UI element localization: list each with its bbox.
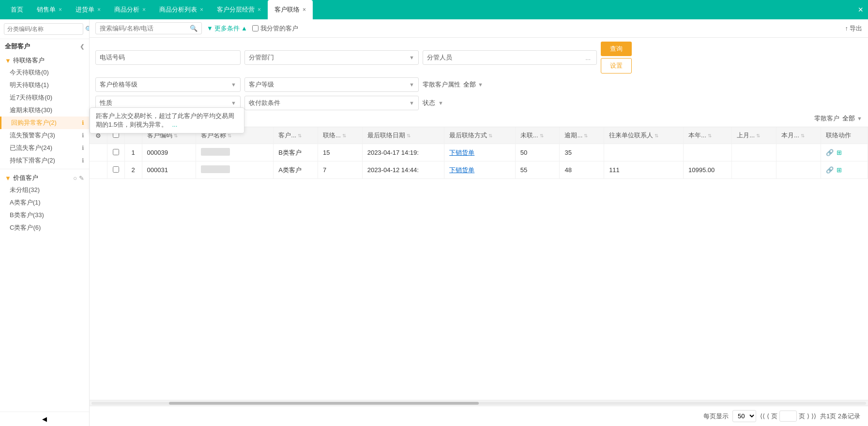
sidebar-item-a-class[interactable]: A类客户(1) xyxy=(0,196,89,209)
col-way-sort[interactable]: ⇅ xyxy=(488,133,492,138)
churned-info-icon[interactable]: ℹ xyxy=(82,145,84,151)
payment-field[interactable]: 收付款条件 ▼ xyxy=(244,96,419,110)
col-contact-sort[interactable]: ⇅ xyxy=(342,133,346,138)
group2-settings-icon[interactable]: ✎ xyxy=(79,175,84,182)
nav-purchase[interactable]: 进货单 × xyxy=(69,0,107,19)
nav-customer-tier[interactable]: 客户分层经营 × xyxy=(210,0,268,19)
col-last-contact-way: 最后联络方式⇅ xyxy=(444,127,516,144)
settings-button[interactable]: 设置 xyxy=(601,58,632,73)
col-code-sort[interactable]: ⇅ xyxy=(174,133,178,138)
filter-bar: 🔍 ▼ 更多条件 ▲ 我分管的客户 ↑ 导出 xyxy=(90,19,868,38)
retail-customer-select[interactable]: 全部 ▼ xyxy=(842,114,862,123)
sidebar-search-input[interactable] xyxy=(4,23,83,35)
col-unit-sort[interactable]: ⇅ xyxy=(655,133,658,138)
row1-date: 2023-04-17 14:19: xyxy=(362,144,444,162)
phone-field[interactable]: 电话号码 xyxy=(95,50,241,65)
nav-sales[interactable]: 销售单 × xyxy=(30,0,69,19)
col-lmonth-sort[interactable]: ⇅ xyxy=(756,133,760,138)
sidebar-all-customers[interactable]: 全部客户 ❮ xyxy=(0,39,89,54)
col-not-sort[interactable]: ⇅ xyxy=(540,133,544,138)
row2-way-link[interactable]: 下销货单 xyxy=(449,166,474,174)
nav-customer-contact[interactable]: 客户联络 × xyxy=(268,0,313,19)
status-select[interactable]: ▼ xyxy=(438,100,443,106)
scroll-thumb[interactable] xyxy=(169,402,479,405)
export-icon: ↑ xyxy=(845,25,849,32)
status-label: 状态 xyxy=(423,99,435,107)
nav-sales-close[interactable]: × xyxy=(59,6,62,13)
tooltip-more-icon[interactable]: ... xyxy=(172,121,177,128)
horizontal-scrollbar[interactable] xyxy=(90,400,868,406)
sidebar-item-c-class[interactable]: C类客户(6) xyxy=(0,221,89,234)
manager-field[interactable]: 分管人员 ... xyxy=(423,50,597,65)
sidebar-item-overdue[interactable]: 逾期未联络(30) xyxy=(0,104,89,117)
repurchase-info-icon[interactable]: ℹ xyxy=(82,119,84,126)
row1-way-link[interactable]: 下销货单 xyxy=(449,149,474,156)
row2-contact: 7 xyxy=(318,162,362,179)
col-contact: 联络...⇅ xyxy=(318,127,362,144)
row2-link-icon[interactable]: 🔗 xyxy=(826,166,834,174)
pager-prev-icon[interactable]: ⟨ xyxy=(767,412,769,420)
sidebar-item-tomorrow[interactable]: 明天待联络(1) xyxy=(0,79,89,91)
nav-customer-tier-close[interactable]: × xyxy=(258,6,261,13)
col-category-sort[interactable]: ⇅ xyxy=(298,133,302,138)
sidebar-divider xyxy=(0,169,89,169)
nav-home[interactable]: 首页 xyxy=(4,0,30,19)
customer-grade-field[interactable]: 客户等级 ▼ xyxy=(244,77,419,92)
row2-grid-icon[interactable]: ⊞ xyxy=(837,166,842,174)
nav-analysis-list[interactable]: 商品分析列表 × xyxy=(152,0,210,19)
retail-attr-select[interactable]: 全部 ▼ xyxy=(463,80,483,89)
churn-warning-info-icon[interactable]: ℹ xyxy=(82,132,84,139)
my-customer-checkbox[interactable] xyxy=(252,25,259,31)
nav-analysis-close[interactable]: × xyxy=(142,6,146,13)
pager-next-icon[interactable]: ⟩ xyxy=(807,412,809,420)
row2-check xyxy=(107,162,124,179)
declining-info-icon[interactable]: ℹ xyxy=(82,157,84,164)
nav-analysis-list-close[interactable]: × xyxy=(200,6,203,13)
col-date-sort[interactable]: ⇅ xyxy=(407,133,411,138)
sidebar-group2[interactable]: ▼ 价值客户 ○ ✎ xyxy=(0,171,89,184)
group2-edit-icon[interactable]: ○ xyxy=(73,175,77,182)
sidebar-item-declining[interactable]: 持续下滑客户(2) ℹ xyxy=(0,154,89,167)
sidebar-item-today[interactable]: 今天待联络(0) xyxy=(0,66,89,79)
nav-customer-contact-close[interactable]: × xyxy=(303,6,306,13)
query-button[interactable]: 查询 xyxy=(601,42,632,56)
window-close-icon[interactable]: × xyxy=(858,5,863,15)
row1-action-icons: 🔗 ⊞ xyxy=(826,149,863,156)
col-overdue-sort[interactable]: ⇅ xyxy=(584,133,588,138)
sidebar-item-b-class[interactable]: B类客户(33) xyxy=(0,209,89,221)
sidebar-bottom-arrow[interactable]: ◀ xyxy=(0,411,89,426)
sidebar-item-7days[interactable]: 近7天待联络(0) xyxy=(0,91,89,104)
sidebar-search-icon[interactable]: 🔍 xyxy=(85,26,90,33)
col-last-contact-date: 最后联络日期⇅ xyxy=(362,127,444,144)
col-tmonth-sort[interactable]: ⇅ xyxy=(801,133,805,138)
sidebar-group1[interactable]: ▼ 待联络客户 xyxy=(0,54,89,66)
pager-last-icon[interactable]: ⟩⟩ xyxy=(811,412,816,420)
row1-grid-icon[interactable]: ⊞ xyxy=(837,149,842,156)
sidebar-item-repurchase-abnormal[interactable]: 回购异常客户(2) ℹ xyxy=(0,117,89,129)
manager-dots[interactable]: ... xyxy=(583,54,593,61)
sidebar-all-chevron: ❮ xyxy=(80,44,84,50)
retail-attr-area: 零散客户属性 全部 ▼ xyxy=(423,80,862,89)
row1-checkbox[interactable] xyxy=(113,149,119,155)
tooltip-popup: 距客户上次交易时长，超过了此客户的平均交易周期的1.5倍，则视为异常。 ... xyxy=(90,107,244,133)
main-search-icon[interactable]: 🔍 xyxy=(190,25,198,32)
sidebar-group2-arrow: ▼ xyxy=(5,175,11,182)
row2-checkbox[interactable] xyxy=(113,166,119,173)
col-year-sort[interactable]: ⇅ xyxy=(708,133,712,138)
col-name-sort[interactable]: ⇅ xyxy=(228,133,231,138)
main-search-input[interactable] xyxy=(100,25,190,32)
row1-unit-contact xyxy=(604,144,684,162)
sidebar-item-churned[interactable]: 已流失客户(24) ℹ xyxy=(0,142,89,154)
sidebar-item-churn-warning[interactable]: 流失预警客户(3) ℹ xyxy=(0,129,89,142)
sidebar-item-ungroup[interactable]: 未分组(32) xyxy=(0,184,89,196)
per-page-select[interactable]: 50 xyxy=(732,410,756,422)
nav-purchase-close[interactable]: × xyxy=(97,6,101,13)
row1-link-icon[interactable]: 🔗 xyxy=(826,149,834,156)
dept-field[interactable]: 分管部门 ▼ xyxy=(244,50,419,65)
pager-first-icon[interactable]: ⟨⟨ xyxy=(760,412,765,420)
price-grade-field[interactable]: 客户价格等级 ▼ xyxy=(95,77,241,92)
nav-analysis[interactable]: 商品分析 × xyxy=(107,0,152,19)
pager-current-page[interactable]: 1 xyxy=(779,411,797,422)
export-button[interactable]: ↑ 导出 xyxy=(845,24,863,33)
more-conditions-btn[interactable]: ▼ 更多条件 ▲ xyxy=(207,24,247,33)
